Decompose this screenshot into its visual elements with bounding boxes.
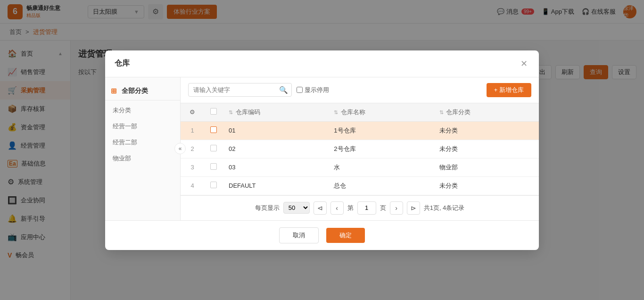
last-page-button[interactable]: ⊳ <box>407 201 420 215</box>
search-icon[interactable]: 🔍 <box>279 86 288 94</box>
row-code: 03 <box>223 158 328 176</box>
per-page-select[interactable]: 50 20 100 <box>283 202 310 214</box>
modal-header: 仓库 ✕ <box>105 50 539 77</box>
warehouse-table-wrap: ⚙ ⇅ 仓库编码 ⇅ <box>181 103 539 195</box>
th-warehouse-code: ⇅ 仓库编码 <box>223 103 328 122</box>
row-num: 3 <box>181 158 204 176</box>
page-input[interactable] <box>357 201 376 215</box>
sort-icon-code: ⇅ <box>229 109 233 115</box>
page-suffix: 页 <box>380 204 386 212</box>
pagination: 每页显示 50 20 100 ⊲ ‹ 第 页 › ⊳ 共1页, 4条记录 <box>181 195 539 220</box>
row-checkbox[interactable] <box>210 145 217 151</box>
row-checkbox[interactable] <box>210 182 217 188</box>
total-info: 共1页, 4条记录 <box>424 204 465 212</box>
show-disabled-label[interactable]: 显示停用 <box>297 86 329 94</box>
table-header-row: ⚙ ⇅ 仓库编码 ⇅ <box>181 103 539 122</box>
table-row[interactable]: 1 01 1号仓库 未分类 <box>181 121 539 140</box>
th-warehouse-category: ⇅ 仓库分类 <box>434 103 539 122</box>
sort-icon-category: ⇅ <box>439 109 444 115</box>
row-checkbox-cell <box>204 158 223 176</box>
sidebar-cat-dept1[interactable]: 经营一部 <box>105 118 180 134</box>
sort-icon-name: ⇅ <box>334 109 338 115</box>
modal-body: ⊞ 全部分类 未分类 经营一部 经营二部 物业部 « 🔍 <box>105 77 539 220</box>
per-page-label: 每页显示 <box>255 204 280 212</box>
search-input[interactable] <box>188 83 292 97</box>
prev-page-button[interactable]: ‹ <box>330 201 344 215</box>
row-checkbox-cell <box>204 121 223 140</box>
row-category: 物业部 <box>434 158 539 176</box>
table-row[interactable]: 3 03 水 物业部 <box>181 158 539 176</box>
modal-title: 仓库 <box>115 58 130 68</box>
page-label: 第 <box>347 204 354 212</box>
modal-footer: 取消 确定 <box>105 220 539 250</box>
modal-sidebar-header: ⊞ 全部分类 <box>105 83 180 100</box>
row-code: DEFAULT <box>223 176 328 195</box>
row-num: 4 <box>181 176 204 195</box>
search-input-wrap: 🔍 <box>188 83 292 97</box>
sidebar-cat-unclassified[interactable]: 未分类 <box>105 102 180 118</box>
sidebar-cat-property[interactable]: 物业部 <box>105 150 180 167</box>
grid-icon: ⊞ <box>111 87 117 95</box>
warehouse-table: ⚙ ⇅ 仓库编码 ⇅ <box>181 103 539 195</box>
cancel-button[interactable]: 取消 <box>279 227 319 243</box>
new-warehouse-button[interactable]: + 新增仓库 <box>487 83 531 97</box>
modal-overlay: 仓库 ✕ ⊞ 全部分类 未分类 经营一部 经营二部 物业部 « <box>0 0 644 300</box>
row-name: 2号仓库 <box>328 140 433 158</box>
confirm-button[interactable]: 确定 <box>326 228 365 243</box>
first-page-button[interactable]: ⊲ <box>314 201 327 215</box>
show-disabled-checkbox[interactable] <box>297 87 303 93</box>
table-row[interactable]: 2 02 2号仓库 未分类 <box>181 140 539 158</box>
select-all-checkbox[interactable] <box>210 108 217 115</box>
th-gear: ⚙ <box>181 103 204 122</box>
row-name: 总仓 <box>328 176 433 195</box>
row-code: 02 <box>223 140 328 158</box>
row-category: 未分类 <box>434 176 539 195</box>
modal-search-bar: 🔍 显示停用 + 新增仓库 <box>181 77 539 103</box>
modal-sidebar: ⊞ 全部分类 未分类 经营一部 经营二部 物业部 « <box>105 77 181 220</box>
row-category: 未分类 <box>434 140 539 158</box>
row-name: 水 <box>328 158 433 176</box>
modal-close-button[interactable]: ✕ <box>518 58 529 69</box>
row-category: 未分类 <box>434 121 539 140</box>
row-checkbox[interactable] <box>210 163 217 170</box>
th-checkbox <box>204 103 223 122</box>
table-row[interactable]: 4 DEFAULT 总仓 未分类 <box>181 176 539 195</box>
row-name: 1号仓库 <box>328 121 433 140</box>
sidebar-collapse-button[interactable]: « <box>174 143 186 154</box>
row-checkbox-cell <box>204 140 223 158</box>
warehouse-modal: 仓库 ✕ ⊞ 全部分类 未分类 经营一部 经营二部 物业部 « <box>105 50 539 250</box>
sidebar-cat-dept2[interactable]: 经营二部 <box>105 134 180 150</box>
th-warehouse-name: ⇅ 仓库名称 <box>328 103 433 122</box>
row-code: 01 <box>223 121 328 140</box>
row-num: 1 <box>181 121 204 140</box>
modal-main: 🔍 显示停用 + 新增仓库 ⚙ <box>181 77 539 220</box>
row-checkbox-cell <box>204 176 223 195</box>
gear-th-icon: ⚙ <box>190 108 195 116</box>
row-checkbox[interactable] <box>210 126 217 133</box>
next-page-button[interactable]: › <box>390 201 403 215</box>
